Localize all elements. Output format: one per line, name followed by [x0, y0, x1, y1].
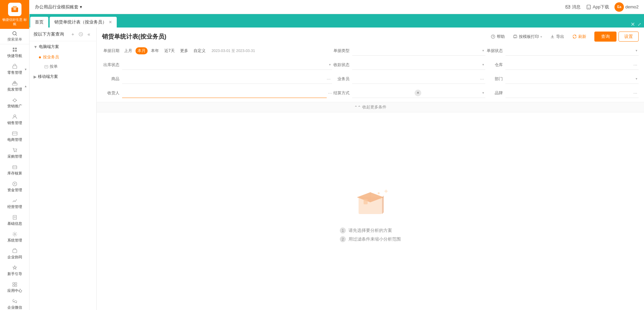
salesman-dots-icon[interactable]: ···	[480, 76, 484, 82]
svg-point-40	[378, 192, 380, 194]
mobile-scheme-title[interactable]: ▶ 移动端方案	[30, 71, 96, 82]
salesman-select[interactable]: ···	[352, 74, 485, 84]
svg-rect-26	[15, 282, 17, 284]
left-panel-header: 按以下方案查询 + «	[30, 28, 96, 41]
svg-rect-28	[15, 285, 17, 287]
company-dropdown[interactable]: 办公用品行业模拟账套 ▾	[35, 4, 82, 10]
refresh-label: 刷新	[578, 34, 586, 40]
receiver-input[interactable]	[122, 88, 327, 98]
date-btn-this-month[interactable]: 本月	[136, 47, 148, 54]
dropdown-arrow-icon: ▾	[80, 4, 82, 9]
settlement-select[interactable]: ✕ ▾	[352, 88, 485, 98]
doc-type-label: 单据类型	[332, 48, 350, 54]
collapse-btn[interactable]: ⌃⌃ 收起更多条件	[354, 104, 386, 110]
mobile-scheme-label: 移动端方案	[38, 74, 58, 80]
svg-rect-24	[13, 250, 17, 253]
brand-dots-icon[interactable]: ···	[633, 90, 637, 96]
filter-row-1: 单据日期 上月 本月 本年 近7天 更多 自定义 2023-03-01 至 20…	[102, 46, 639, 56]
date-btn-more[interactable]: 更多	[178, 47, 190, 54]
warehouse-select[interactable]: ···	[505, 60, 639, 70]
active-dot	[39, 56, 41, 58]
tab-bar: 首页 销货单统计表（按业务员） ✕ ✕ ⤢	[30, 14, 644, 28]
date-btn-custom[interactable]: 自定义	[192, 47, 208, 54]
svg-rect-29	[566, 5, 570, 8]
collapse-bar[interactable]: ⌃⌃ 收起更多条件	[97, 102, 644, 112]
date-btn-this-year[interactable]: 本年	[149, 47, 161, 54]
empty-tip-2: 2 用过滤条件来缩小分析范围	[340, 236, 401, 242]
page-actions: 帮助 按模板打印 ▾ 导出 刷新	[488, 32, 639, 42]
date-btn-last-month[interactable]: 上月	[122, 47, 134, 54]
sidebar-item-wholesale[interactable]: 批发管理 ▲	[0, 78, 29, 95]
sidebar-item-ecommerce[interactable]: 电商管理	[0, 128, 29, 145]
pay-select[interactable]: ▾	[352, 60, 485, 70]
sidebar-item-basic[interactable]: 基础信息	[0, 212, 29, 229]
ecommerce-label: 电商管理	[7, 137, 22, 142]
scheme-item-salesman[interactable]: 按业务员	[30, 52, 96, 62]
svg-point-4	[13, 32, 16, 35]
outin-select[interactable]: ▾	[122, 60, 332, 70]
settings-button[interactable]: 设置	[619, 32, 639, 42]
sidebar-item-wechat[interactable]: 企业微信	[0, 296, 29, 310]
logo-icon	[8, 3, 21, 16]
help-btn[interactable]: 帮助	[488, 33, 507, 41]
svg-rect-25	[13, 282, 14, 284]
logo-text: 畅捷信好生意 标账	[2, 17, 27, 26]
edit-scheme-btn[interactable]	[77, 31, 84, 38]
sidebar-search-section[interactable]: 搜索菜单	[0, 29, 29, 44]
wholesale-arrow: ▲	[24, 85, 27, 88]
avatar-text: Ea	[617, 5, 621, 9]
sidebar-item-apps[interactable]: 应用中心	[0, 279, 29, 296]
tab-close-window-btn[interactable]: ✕	[631, 21, 635, 28]
sidebar-item-purchase[interactable]: 采购管理	[0, 145, 29, 162]
doc-type-arrow-icon: ▾	[482, 49, 484, 52]
inventory-label: 库存核算	[7, 171, 22, 176]
desktop-scheme-title[interactable]: ▼ 电脑端方案	[30, 41, 96, 52]
warehouse-dots-icon[interactable]: ···	[633, 62, 637, 67]
refresh-btn[interactable]: 刷新	[570, 33, 589, 41]
scheme-panel-title: 按以下方案查询	[34, 31, 64, 37]
outin-arrow-icon: ▾	[329, 63, 331, 66]
sales-label: 销售管理	[7, 120, 22, 125]
user-avatar[interactable]: Ea demo2	[614, 2, 639, 12]
add-scheme-btn[interactable]: +	[69, 31, 76, 38]
header-left: 办公用品行业模拟账套 ▾	[35, 4, 82, 10]
doc-status-label: 单据状态	[485, 48, 503, 54]
doc-status-select[interactable]: ▾	[505, 46, 639, 56]
dept-select[interactable]: ▾	[505, 74, 639, 84]
tab-sales-stat[interactable]: 销货单统计表（按业务员） ✕	[50, 17, 117, 28]
messages-btn[interactable]: 消息	[565, 4, 581, 10]
sidebar-item-sales[interactable]: 销售管理	[0, 111, 29, 128]
app-download-btn[interactable]: App下载	[586, 4, 609, 10]
tab-home[interactable]: 首页	[30, 17, 48, 28]
mobile-scheme-group: ▶ 移动端方案	[30, 71, 96, 82]
warehouse-filter-item: 仓库 ···	[485, 60, 639, 70]
template-print-arrow: ▾	[540, 35, 542, 39]
sidebar-item-system[interactable]: 系统管理	[0, 229, 29, 246]
sidebar-item-inventory[interactable]: 库存核算	[0, 162, 29, 178]
page-content: 按以下方案查询 + « ▼ 电脑端方案	[30, 28, 644, 310]
goods-select[interactable]: ···	[122, 74, 332, 84]
sidebar-item-marketing[interactable]: 营销推广	[0, 95, 29, 111]
tab-close-icon[interactable]: ✕	[109, 20, 112, 24]
svg-line-5	[16, 35, 17, 36]
sidebar-item-enterprise[interactable]: 企业协同	[0, 246, 29, 262]
goods-dots-icon[interactable]: ···	[327, 76, 331, 82]
sidebar-item-newbie[interactable]: 新手引导	[0, 262, 29, 279]
tab-maximize-btn[interactable]: ⤢	[638, 22, 641, 27]
collapse-panel-btn[interactable]: «	[86, 31, 92, 38]
date-btn-7days[interactable]: 近7天	[162, 47, 177, 54]
operation-label: 经营管理	[7, 204, 22, 209]
sidebar-item-finance[interactable]: 资金管理	[0, 178, 29, 195]
brand-select[interactable]: ···	[505, 88, 639, 98]
export-btn[interactable]: 导出	[547, 33, 567, 41]
receiver-dots-icon[interactable]: ···	[328, 90, 332, 96]
scheme-item-order[interactable]: 按单	[30, 62, 96, 71]
receiver-filter-item: 收货人 ···	[102, 88, 332, 98]
sidebar-item-operation[interactable]: 经营管理	[0, 195, 29, 212]
doc-type-select[interactable]: ▾	[352, 46, 485, 56]
sidebar-item-quick-nav[interactable]: 快捷导航	[0, 44, 29, 61]
sidebar-item-retail[interactable]: 零售管理 ▼	[0, 61, 29, 78]
template-print-btn[interactable]: 按模板打印 ▾	[510, 33, 545, 41]
query-button[interactable]: 查询	[594, 32, 616, 42]
settlement-clear-btn[interactable]: ✕	[415, 90, 421, 96]
